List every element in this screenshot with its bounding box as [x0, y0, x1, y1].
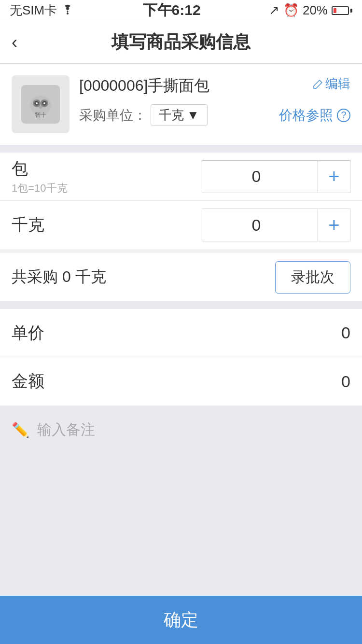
page-title: 填写商品采购信息	[111, 30, 251, 54]
package-plus-button[interactable]: +	[318, 160, 350, 193]
price-section: 单价 0 金额 0	[0, 309, 362, 406]
price-ref-button[interactable]: 价格参照 ?	[279, 106, 350, 125]
svg-point-6	[36, 102, 38, 104]
product-row-bottom: 采购单位： 千克 ▼ 价格参照 ?	[79, 104, 350, 126]
unit-price-row: 单价 0	[0, 309, 362, 357]
confirm-button[interactable]: 确定	[0, 596, 362, 644]
product-card: 智十 [0000006]手撕面包 编辑 采购单位： 千克 ▼ 价格参照	[0, 64, 362, 149]
unit-select[interactable]: 千克 ▼	[151, 104, 208, 126]
svg-text:智十: 智十	[35, 112, 46, 118]
amount-value: 0	[341, 372, 350, 391]
kg-row: 千克 +	[0, 201, 362, 249]
battery-percent: 20%	[303, 3, 328, 18]
package-sub-label: 1包=10千克	[12, 181, 68, 196]
wifi-icon	[61, 3, 74, 18]
amount-row: 金额 0	[0, 357, 362, 406]
summary-row: 共采购 0 千克 录批次	[0, 253, 362, 301]
separator-1	[0, 149, 362, 153]
product-name: [0000006]手撕面包	[79, 75, 209, 97]
product-info: [0000006]手撕面包 编辑 采购单位： 千克 ▼ 价格参照 ?	[79, 75, 350, 126]
status-right: ↗ ⏰ 20%	[269, 3, 352, 18]
summary-text: 共采购 0 千克	[12, 266, 106, 288]
svg-point-0	[67, 13, 69, 14]
nav-bar: ‹ 填写商品采购信息	[0, 21, 362, 64]
unit-price-value: 0	[341, 323, 350, 342]
package-row: 包 1包=10千克 +	[0, 153, 362, 201]
alarm-icon: ⏰	[283, 3, 299, 18]
product-row-top: [0000006]手撕面包 编辑	[79, 75, 350, 97]
unit-label: 采购单位： 千克 ▼	[79, 104, 208, 126]
empty-space	[0, 454, 362, 599]
svg-point-7	[43, 102, 45, 104]
notes-section[interactable]: ✏️ 输入备注	[0, 406, 362, 454]
back-button[interactable]: ‹	[12, 32, 17, 53]
kg-plus-button[interactable]: +	[318, 209, 350, 241]
product-image: 智十	[12, 75, 70, 133]
package-input[interactable]	[202, 160, 318, 193]
status-bar: 无SIM卡 下午6:12 ↗ ⏰ 20%	[0, 0, 362, 21]
status-time: 下午6:12	[143, 0, 201, 20]
svg-point-8	[38, 106, 43, 109]
kg-label: 千克	[12, 214, 44, 236]
signal-text: 无SIM卡	[10, 2, 57, 19]
unit-price-label: 单价	[12, 322, 44, 344]
kg-input-group: +	[202, 209, 350, 241]
battery-icon	[332, 6, 352, 15]
kg-input[interactable]	[202, 209, 318, 241]
pencil-icon: ✏️	[12, 421, 29, 438]
form-section: 包 1包=10千克 + 千克 +	[0, 153, 362, 249]
summary-section: 共采购 0 千克 录批次	[0, 253, 362, 305]
batch-button[interactable]: 录批次	[275, 261, 350, 294]
product-image-placeholder: 智十	[21, 85, 60, 124]
separator-2	[0, 305, 362, 309]
status-left: 无SIM卡	[10, 2, 74, 19]
edit-button[interactable]: 编辑	[313, 75, 350, 92]
package-label: 包 1包=10千克	[12, 158, 68, 196]
info-icon: ?	[337, 109, 350, 122]
amount-label: 金额	[12, 370, 44, 392]
location-icon: ↗	[269, 3, 279, 18]
package-input-group: +	[202, 160, 350, 193]
notes-placeholder: 输入备注	[37, 420, 95, 440]
